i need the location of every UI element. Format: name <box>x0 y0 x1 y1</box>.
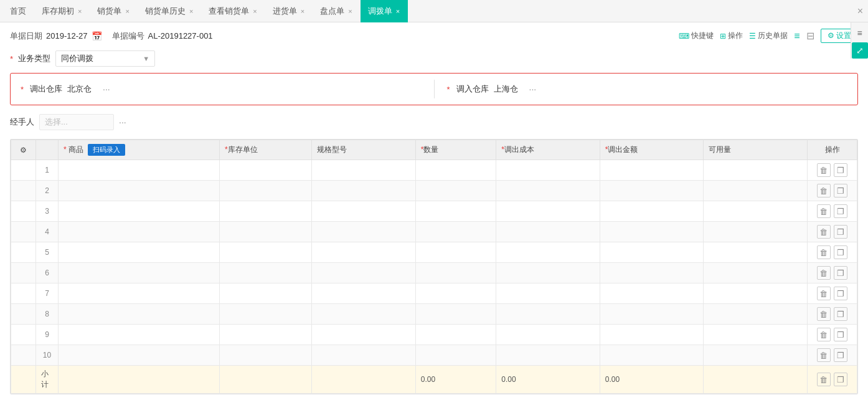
row-spec-cell[interactable] <box>312 181 416 201</box>
handler-more-icon[interactable]: ··· <box>119 117 126 127</box>
row-unit-cell[interactable] <box>220 181 312 201</box>
row-unit-cell[interactable] <box>220 160 312 181</box>
out-warehouse-more-icon[interactable]: ··· <box>103 84 110 94</box>
table-scroll-area[interactable]: ⚙ * 商品 扫码录入 *库存单位 规格型号 <box>11 140 857 394</box>
sidebar-list-icon[interactable]: ≡ <box>852 25 868 41</box>
row-goods-cell[interactable] <box>59 201 220 222</box>
copy-row-button[interactable]: ❐ <box>834 204 847 218</box>
row-goods-cell[interactable] <box>59 222 220 242</box>
quick-key-button[interactable]: ⌨ 快捷键 <box>679 31 714 41</box>
row-cost-cell[interactable] <box>496 222 600 242</box>
copy-row-button[interactable]: ❐ <box>834 307 847 321</box>
row-unit-cell[interactable] <box>220 325 312 345</box>
scan-button[interactable]: 扫码录入 <box>88 144 125 156</box>
row-qty-cell[interactable] <box>415 222 496 242</box>
row-qty-cell[interactable] <box>415 201 496 222</box>
row-amount-cell[interactable] <box>600 325 704 345</box>
row-unit-cell[interactable] <box>220 345 312 366</box>
tab-close-stocktake[interactable]: × <box>348 7 352 15</box>
subtotal-copy-button[interactable]: ❐ <box>834 373 847 386</box>
row-amount-cell[interactable] <box>600 304 704 325</box>
tab-close-purchase-order[interactable]: × <box>301 7 304 15</box>
copy-row-button[interactable]: ❐ <box>834 225 847 239</box>
delete-row-button[interactable]: 🗑 <box>817 245 831 259</box>
row-qty-cell[interactable] <box>415 181 496 201</box>
col-gear[interactable]: ⚙ <box>11 140 36 160</box>
tab-close-inventory-init[interactable]: × <box>78 7 82 15</box>
subtotal-delete-button[interactable]: 🗑 <box>817 373 831 386</box>
row-qty-cell[interactable] <box>415 304 496 325</box>
delete-row-button[interactable]: 🗑 <box>817 184 831 198</box>
row-cost-cell[interactable] <box>496 160 600 181</box>
row-goods-cell[interactable] <box>59 242 220 263</box>
delete-row-button[interactable]: 🗑 <box>817 307 831 321</box>
row-cost-cell[interactable] <box>496 345 600 366</box>
row-qty-cell[interactable] <box>415 160 496 181</box>
row-goods-cell[interactable] <box>59 181 220 201</box>
row-amount-cell[interactable] <box>600 242 704 263</box>
row-cost-cell[interactable] <box>496 263 600 283</box>
row-spec-cell[interactable] <box>312 263 416 283</box>
copy-row-button[interactable]: ❐ <box>834 328 847 341</box>
tab-close-view-sales[interactable]: × <box>253 7 257 15</box>
tab-view-sales[interactable]: 查看销货单 × <box>201 0 265 22</box>
row-qty-cell[interactable] <box>415 242 496 263</box>
row-amount-cell[interactable] <box>600 160 704 181</box>
handler-select[interactable]: 选择... <box>39 114 114 130</box>
row-unit-cell[interactable] <box>220 263 312 283</box>
copy-row-button[interactable]: ❐ <box>834 287 847 300</box>
row-cost-cell[interactable] <box>496 201 600 222</box>
row-amount-cell[interactable] <box>600 181 704 201</box>
row-amount-cell[interactable] <box>600 222 704 242</box>
row-goods-cell[interactable] <box>59 160 220 181</box>
tab-home[interactable]: 首页 <box>2 0 34 22</box>
delete-row-button[interactable]: 🗑 <box>817 266 831 280</box>
row-spec-cell[interactable] <box>312 222 416 242</box>
copy-row-button[interactable]: ❐ <box>834 266 847 280</box>
delete-row-button[interactable]: 🗑 <box>817 204 831 218</box>
sidebar-expand-icon[interactable]: ⤢ <box>852 42 868 59</box>
row-goods-cell[interactable] <box>59 304 220 325</box>
row-goods-cell[interactable] <box>59 345 220 366</box>
delete-row-button[interactable]: 🗑 <box>817 328 831 341</box>
row-cost-cell[interactable] <box>496 242 600 263</box>
row-unit-cell[interactable] <box>220 242 312 263</box>
row-unit-cell[interactable] <box>220 222 312 242</box>
row-cost-cell[interactable] <box>496 283 600 304</box>
tab-sales-history[interactable]: 销货单历史 × <box>138 0 201 22</box>
layout-grid-icon[interactable]: ⊟ <box>806 30 814 42</box>
delete-row-button[interactable]: 🗑 <box>817 225 831 239</box>
delete-row-button[interactable]: 🗑 <box>817 348 831 362</box>
row-goods-cell[interactable] <box>59 263 220 283</box>
row-amount-cell[interactable] <box>600 263 704 283</box>
history-button[interactable]: ☰ 历史单据 <box>749 31 788 41</box>
row-spec-cell[interactable] <box>312 345 416 366</box>
tab-close-sales-order[interactable]: × <box>125 7 129 15</box>
tab-close-transfer[interactable]: × <box>396 7 400 15</box>
tab-transfer[interactable]: 调拨单 × <box>361 0 408 22</box>
copy-row-button[interactable]: ❐ <box>834 348 847 362</box>
layout-list-icon[interactable]: ≡ <box>794 31 800 42</box>
tab-inventory-init[interactable]: 库存期初 × <box>34 0 90 22</box>
row-cost-cell[interactable] <box>496 325 600 345</box>
row-spec-cell[interactable] <box>312 304 416 325</box>
in-warehouse-more-icon[interactable]: ··· <box>529 84 537 94</box>
row-unit-cell[interactable] <box>220 304 312 325</box>
business-type-select[interactable]: 同价调拨 ▼ <box>55 50 155 67</box>
row-spec-cell[interactable] <box>312 160 416 181</box>
copy-row-button[interactable]: ❐ <box>834 245 847 259</box>
tab-close-sales-history[interactable]: × <box>189 7 193 15</box>
row-goods-cell[interactable] <box>59 283 220 304</box>
row-qty-cell[interactable] <box>415 283 496 304</box>
row-spec-cell[interactable] <box>312 201 416 222</box>
delete-row-button[interactable]: 🗑 <box>817 287 831 300</box>
row-unit-cell[interactable] <box>220 201 312 222</box>
row-amount-cell[interactable] <box>600 201 704 222</box>
tab-purchase-order[interactable]: 进货单 × <box>265 0 313 22</box>
row-qty-cell[interactable] <box>415 263 496 283</box>
tab-bar-close-button[interactable]: × <box>857 6 863 17</box>
row-amount-cell[interactable] <box>600 283 704 304</box>
row-cost-cell[interactable] <box>496 304 600 325</box>
row-spec-cell[interactable] <box>312 283 416 304</box>
copy-row-button[interactable]: ❐ <box>834 184 847 198</box>
